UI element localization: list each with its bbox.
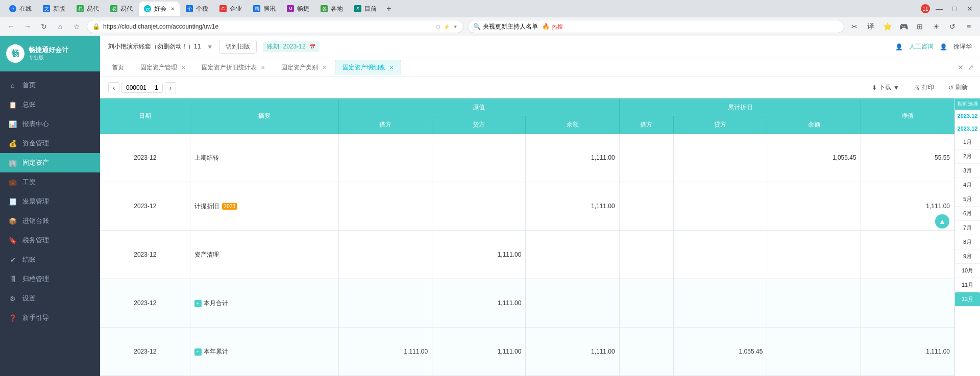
period-item[interactable]: 11月 (955, 278, 980, 292)
tab-depreciation-table[interactable]: 固定资产折旧统计表 ✕ (194, 60, 273, 75)
cell-orig-debit (338, 279, 432, 328)
scissors-icon[interactable]: ✂ (848, 20, 861, 33)
prev-page-button[interactable]: ‹ (108, 82, 119, 93)
period-item[interactable]: 6月 (955, 207, 980, 221)
period-item[interactable]: 12月 (955, 292, 980, 307)
sidebar-label-home: 首页 (22, 81, 36, 90)
next-page-button[interactable]: › (165, 82, 176, 93)
print-button[interactable]: 🖨 打印 (910, 81, 938, 94)
period-item[interactable]: 2月 (955, 149, 980, 164)
switch-version-button[interactable]: 切到旧版 (219, 40, 257, 54)
sidebar-item-settings[interactable]: ⚙ 设置 (0, 289, 100, 308)
tab-fixed-assets-mgmt[interactable]: 固定资产管理 ✕ (133, 60, 193, 75)
game-icon[interactable]: 🎮 (897, 20, 910, 33)
refresh-button[interactable]: ↺ 刷新 (944, 81, 972, 94)
tab-close-asset-detail[interactable]: ✕ (389, 65, 394, 70)
browser-tab-2[interactable]: 易 易代 (71, 2, 104, 16)
sidebar-item-reports[interactable]: 📊 报表中心 (0, 114, 100, 134)
sidebar-item-closing[interactable]: ✔ 结账 (0, 250, 100, 269)
tab-asset-category[interactable]: 固定资产类别 ✕ (274, 60, 334, 75)
search-box[interactable]: 🔍 央视更新主持人名单 🔥 热搜 (468, 20, 844, 33)
content-area: 日期 摘要 原值 累计折旧 净值 借方 贷方 余额 借方 贷方 余额 (100, 98, 980, 376)
cell-net-value (861, 279, 954, 328)
tab-close-icon-4[interactable]: ✕ (170, 6, 175, 12)
page-tabs-row: 首页 固定资产管理 ✕ 固定资产折旧统计表 ✕ 固定资产类别 ✕ 固定资产明细账… (100, 58, 980, 77)
browser-tab-8[interactable]: M 畅捷 (282, 2, 314, 16)
browser-tab-7[interactable]: 腾 腾讯 (248, 2, 281, 16)
brightness-icon[interactable]: ☀ (930, 20, 942, 33)
sidebar-item-tax[interactable]: 🔖 税务管理 (0, 231, 100, 250)
sidebar-label-tax: 税务管理 (22, 236, 49, 245)
download-button[interactable]: ⬇ 下载 ▼ (868, 81, 903, 94)
home-button[interactable]: ⌂ (54, 20, 66, 33)
cell-summary: 资产清理 (190, 231, 338, 279)
sidebar-item-archive[interactable]: 🗄 归档管理 (0, 269, 100, 289)
sidebar-item-fixed-assets[interactable]: 🏢 固定资产 (0, 153, 100, 172)
download-label: 下载 (879, 83, 891, 92)
tab-close-depreciation-table[interactable]: ✕ (261, 65, 265, 70)
sidebar-item-funds[interactable]: 💰 资金管理 (0, 134, 100, 153)
expand-button[interactable]: ⤢ (968, 63, 974, 71)
sidebar-item-ledger[interactable]: 📋 总账 (0, 95, 100, 114)
sidebar-item-home[interactable]: ⌂ 首页 (0, 76, 100, 95)
logo-subtitle: 专业版 (29, 54, 68, 61)
cell-net-value (861, 231, 954, 279)
help-label[interactable]: 人工咨询 (909, 42, 934, 51)
th-orig-debit: 借方 (338, 116, 432, 134)
period-item[interactable]: 9月 (955, 249, 980, 264)
scroll-up-button[interactable]: ▲ (935, 214, 949, 229)
period-item[interactable]: 4月 (955, 178, 980, 192)
tab-close-asset-category[interactable]: ✕ (322, 65, 326, 70)
sidebar-item-inventory[interactable]: 📦 进销台账 (0, 211, 100, 231)
sidebar-item-guide[interactable]: ❓ 新手引导 (0, 308, 100, 328)
tab-asset-detail[interactable]: 固定资产明细账 ✕ (335, 60, 401, 75)
forward-button[interactable]: → (21, 20, 34, 33)
maximize-button[interactable]: □ (948, 3, 961, 15)
close-all-tabs-button[interactable]: ✕ (958, 63, 964, 71)
reload-button[interactable]: ↻ (38, 20, 50, 33)
th-net-value: 净值 (861, 99, 954, 134)
cell-date: 2023-12 (101, 279, 190, 328)
close-button[interactable]: ✕ (964, 3, 976, 15)
tab-home[interactable]: 首页 (104, 60, 132, 75)
cell-orig-debit: 1,111.00 (338, 328, 432, 376)
menu-icon[interactable]: ≡ (963, 20, 975, 33)
tab-close-fixed-assets-mgmt[interactable]: ✕ (181, 65, 185, 70)
funds-icon: 💰 (8, 139, 17, 148)
period-item[interactable]: 2023.12 (955, 110, 980, 122)
period-item[interactable]: 2023.12 (955, 122, 980, 135)
minimize-button[interactable]: — (933, 3, 945, 15)
translate-icon[interactable]: 译 (865, 20, 877, 33)
browser-tab-6[interactable]: C 企业 (214, 2, 247, 16)
browser-tab-10[interactable]: S 目前 (349, 2, 382, 16)
hot-search-text: 热搜 (552, 23, 563, 31)
search-text: 央视更新主持人名单 (483, 22, 538, 31)
period-panel-header: 期间选择 (955, 98, 980, 110)
star-icon[interactable]: ⭐ (881, 20, 893, 33)
bookmark-button[interactable]: ☆ (70, 20, 83, 33)
grid-icon[interactable]: ⊞ (914, 20, 926, 33)
period-item[interactable]: 8月 (955, 235, 980, 249)
cell-orig-balance: 1,111.00 (526, 182, 619, 231)
cell-accum-debit (619, 328, 673, 376)
browser-tab-5[interactable]: 个 个税 (181, 2, 213, 16)
period-item[interactable]: 5月 (955, 192, 980, 207)
period-item[interactable]: 7月 (955, 221, 980, 235)
new-tab-button[interactable]: + (383, 3, 395, 15)
browser-tab-0[interactable]: e 在线 (4, 2, 37, 16)
address-bar[interactable]: 🔒 https://cloud.chanjet.com/accounting/u… (87, 20, 463, 33)
period-item[interactable]: 1月 (955, 135, 980, 149)
period-item[interactable]: 3月 (955, 164, 980, 178)
history-icon[interactable]: ↺ (946, 20, 959, 33)
cell-accum-credit: 1,055.45 (674, 328, 767, 376)
sidebar-item-payroll[interactable]: 💼 工资 (0, 172, 100, 192)
browser-tab-1[interactable]: 文 新版 (38, 2, 70, 16)
tab-bar: e 在线 文 新版 易 易代 易 易代 云 好会 ✕ 个 个税 C 企业 腾 (0, 0, 980, 17)
back-button[interactable]: ← (5, 20, 17, 33)
browser-tab-3[interactable]: 易 易代 (105, 2, 138, 16)
sidebar-item-invoice[interactable]: 🧾 发票管理 (0, 192, 100, 211)
browser-tab-9[interactable]: 各 各地 (315, 2, 348, 16)
period-item[interactable]: 10月 (955, 264, 980, 278)
page-tabs: 首页 固定资产管理 ✕ 固定资产折旧统计表 ✕ 固定资产类别 ✕ 固定资产明细账… (100, 58, 951, 77)
browser-tab-4[interactable]: 云 好会 ✕ (139, 2, 180, 16)
